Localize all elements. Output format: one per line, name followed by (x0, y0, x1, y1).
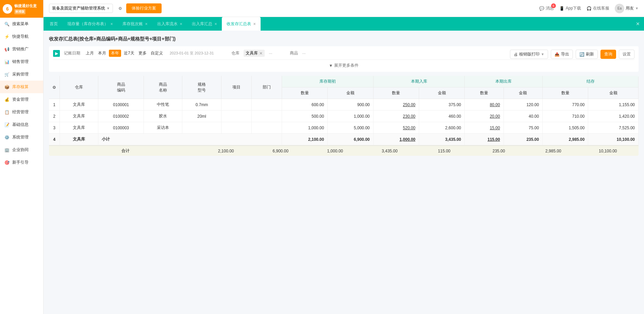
sidebar-item-operations[interactable]: 📋 经营管理 (0, 106, 43, 118)
row-closing-qty: 770.00 (543, 99, 588, 111)
filter-row-1: ▶ 记账日期 上月 本月 本年 近7天 更多 自定义 2023-01-01 至 … (53, 50, 634, 57)
sidebar-logo: 6 畅捷通好生意 标准版 (0, 0, 43, 18)
tabbar-close-icon[interactable]: ✕ (633, 21, 643, 27)
sidebar-item-quick-nav[interactable]: ⚡ 快捷导航 (0, 30, 43, 43)
date-btn-more[interactable]: 更多 (137, 50, 148, 57)
warehouse-more-dots[interactable]: ··· (269, 51, 272, 56)
col-closing-amt: 金额 (588, 87, 639, 99)
goods-label: 商品 (290, 50, 298, 56)
topbar-settings-icon[interactable]: ⚙ (118, 6, 122, 11)
export-icon: 📤 (555, 52, 560, 57)
goods-more-dots[interactable]: ··· (302, 51, 306, 56)
row-in-amt: 460.00 (419, 111, 465, 122)
tab-inventory-dist[interactable]: 现存量（库存分布表） ✕ (63, 17, 118, 31)
user-menu[interactable]: Ea 用友 ▼ (615, 4, 639, 13)
total-opening-amt: 6,900.00 (253, 149, 308, 153)
subtotal-in-qty[interactable]: 1,000.00 (373, 134, 419, 145)
sidebar-item-finance[interactable]: 💰 资金管理 (0, 93, 43, 106)
warehouse-tag-remove[interactable]: ✕ (259, 51, 263, 56)
message-action[interactable]: 💬 消息 6 (539, 5, 554, 11)
refresh-button[interactable]: 🔄 刷新 (576, 50, 598, 59)
main-area: 装备及固定资产辅助管理系统 ▼ ⚙ 体验行业方案 💬 消息 6 📱 App下载 … (44, 0, 644, 314)
sidebar-item-enterprise[interactable]: 🏢 企业协同 (0, 144, 43, 156)
row-opening-qty: 1,000.00 (282, 122, 328, 134)
app-download-action[interactable]: 📱 App下载 (559, 5, 581, 11)
trial-button[interactable]: 体验行业方案 (126, 3, 162, 13)
sidebar-item-guide[interactable]: 🎯 新手引导 (0, 156, 43, 169)
tab-close-in-out-flow[interactable]: ✕ (180, 22, 182, 26)
row-dept (251, 99, 282, 111)
row-out-qty[interactable]: 20.00 (465, 111, 503, 122)
tab-home[interactable]: 首页 (45, 17, 63, 31)
footer-label: 合计 (52, 148, 199, 154)
col-opening-qty: 数量 (282, 87, 328, 99)
total-closing-qty: 2,985.00 (526, 149, 580, 153)
col-warehouse: 仓库 (60, 76, 98, 99)
col-opening-amt: 金额 (328, 87, 373, 99)
sidebar-item-inventory[interactable]: 📦 库存核算 (0, 81, 43, 93)
row-spec: 0.7mm (182, 99, 221, 111)
expand-more-conditions[interactable]: ▼ 展开更多条件 (329, 63, 359, 68)
settings-button[interactable]: 设置 (619, 50, 634, 59)
dropdown-icon: ▼ (106, 6, 110, 10)
operations-icon: 📋 (4, 110, 10, 115)
sidebar-item-sales[interactable]: 📊 销售管理 (0, 55, 43, 68)
row-out-qty[interactable]: 15.00 (465, 122, 503, 134)
tab-close-in-out-summary[interactable]: ✕ (214, 22, 217, 26)
tab-close-inventory-dist[interactable]: ✕ (110, 22, 113, 26)
total-out-amt: 235.00 (472, 149, 526, 153)
date-btn-this-year[interactable]: 本年 (109, 50, 121, 57)
system-name: 装备及固定资产辅助管理系统 (52, 5, 105, 11)
filter-expand-arrow[interactable]: ▶ (53, 50, 60, 57)
date-btn-last-month[interactable]: 上月 (84, 50, 95, 57)
quick-nav-icon: ⚡ (4, 34, 10, 39)
row-code: 0100002 (98, 111, 144, 122)
tab-close-batch-ledger[interactable]: ✕ (145, 22, 148, 26)
col-out-qty: 数量 (465, 87, 503, 99)
date-btn-custom[interactable]: 自定义 (149, 50, 164, 57)
sidebar-item-search[interactable]: 🔍 搜索菜单 (0, 18, 43, 30)
sidebar-item-base-info[interactable]: 📝 基础信息 (0, 118, 43, 131)
print-dropdown-icon: ▼ (541, 52, 544, 56)
tab-in-out-flow[interactable]: 出入库流水 ✕ (152, 17, 187, 31)
tab-in-out-summary[interactable]: 出入库汇总 ✕ (187, 17, 222, 31)
subtotal-row: 4 文具库 小计 2,100.00 6,900.00 1,000.00 3,43… (49, 134, 639, 145)
date-btn-this-month[interactable]: 本月 (97, 50, 108, 57)
finance-icon: 💰 (4, 97, 10, 102)
service-icon: 🎧 (587, 6, 592, 11)
col-settings-icon[interactable]: ⚙ (49, 76, 60, 99)
row-code: 0100003 (98, 122, 144, 134)
total-out-qty: 115.00 (417, 149, 472, 153)
row-out-qty[interactable]: 80.00 (465, 99, 503, 111)
subtotal-opening-qty: 2,100.00 (282, 134, 328, 145)
tab-recv-send-summary[interactable]: 收发存汇总表 ✕ (222, 17, 261, 31)
col-group-closing: 结存 (543, 76, 639, 87)
print-button[interactable]: 🖨 核销版打印 ▼ (510, 50, 548, 59)
row-out-amt: 40.00 (503, 111, 542, 122)
tab-close-recv-send-summary[interactable]: ✕ (253, 22, 256, 26)
total-in-qty: 1,000.00 (308, 149, 362, 153)
subtotal-out-amt: 235.00 (503, 134, 542, 145)
row-in-qty[interactable]: 520.00 (373, 122, 419, 134)
subtotal-warehouse: 文具库 (60, 134, 98, 145)
query-button[interactable]: 查询 (600, 50, 616, 59)
row-index: 3 (49, 122, 60, 134)
subtotal-closing-amt: 10,100.00 (588, 134, 639, 145)
row-in-qty[interactable]: 230.00 (373, 111, 419, 122)
row-warehouse: 文具库 (60, 111, 98, 122)
row-in-qty[interactable]: 250.00 (373, 99, 419, 111)
subtotal-out-qty[interactable]: 115.00 (465, 134, 503, 145)
system-selector[interactable]: 装备及固定资产辅助管理系统 ▼ (49, 4, 113, 13)
date-btn-7days[interactable]: 近7天 (122, 50, 136, 57)
tab-batch-ledger[interactable]: 库存批次账 ✕ (118, 17, 152, 31)
row-project (221, 99, 251, 111)
sidebar-item-marketing[interactable]: 📢 营销推广 (0, 43, 43, 55)
logo-icon: 6 (3, 4, 12, 14)
user-dropdown-icon: ▼ (635, 6, 639, 10)
sidebar-item-purchase[interactable]: 🛒 采购管理 (0, 68, 43, 81)
export-button[interactable]: 📤 导出 (551, 50, 573, 59)
online-service-action[interactable]: 🎧 在线客服 (587, 5, 609, 11)
guide-icon: 🎯 (4, 160, 10, 165)
sidebar-item-system[interactable]: ⚙️ 系统管理 (0, 131, 43, 144)
row-opening-amt: 900.00 (328, 99, 373, 111)
